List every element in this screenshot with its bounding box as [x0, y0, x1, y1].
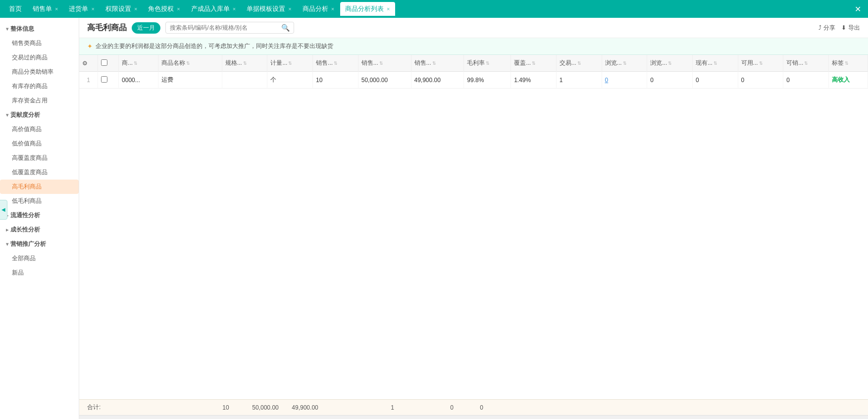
data-table-container[interactable]: ⚙商...⇅商品名称⇅规格...⇅计量...⇅销售...⇅销售...⇅销售...… — [79, 55, 868, 399]
product-table: ⚙商...⇅商品名称⇅规格...⇅计量...⇅销售...⇅销售...⇅销售...… — [79, 55, 868, 89]
arrow-icon: ▸ — [6, 227, 8, 233]
nav-tab-单据模板设置[interactable]: 单据模板设置× — [242, 2, 296, 16]
col-header-gross_margin[interactable]: 毛利率⇅ — [464, 55, 511, 72]
product-tag: 高收入 — [828, 72, 868, 89]
nav-tab-销售单[interactable]: 销售单× — [28, 2, 63, 16]
info-banner-text: 企业的主要的利润都是这部分商品创造的，可考虑加大推广，同时关注库存是不要出现缺货 — [96, 42, 333, 50]
col-header-available_stock[interactable]: 可用...⇅ — [738, 55, 783, 72]
sidebar-item-商品分类助销率[interactable]: 商品分类助销率 — [0, 65, 79, 79]
search-input[interactable] — [170, 24, 279, 31]
filter-recent-month[interactable]: 近一月 — [132, 22, 160, 34]
sidebar-group-整体信息[interactable]: ▾整体信息 — [0, 22, 79, 36]
col-header-browse2[interactable]: 浏览...⇅ — [647, 55, 693, 72]
sales-amount: 50,000.00 — [358, 72, 411, 89]
col-header-sales_qty[interactable]: 销售...⇅ — [313, 55, 358, 72]
close-tab-icon[interactable]: × — [288, 6, 291, 12]
sidebar-item-高毛利商品[interactable]: 高毛利商品 — [0, 180, 79, 194]
bottom-scrollbar[interactable] — [79, 415, 868, 419]
col-header-sales_amount[interactable]: 销售...⇅ — [358, 55, 411, 72]
footer-sales-profit: 49,900.00 — [289, 404, 328, 411]
col-header-sellable_stock[interactable]: 可销...⇅ — [783, 55, 829, 72]
content-area: 高毛利商品 近一月 🔍 ⤴ 分享 ⬇ 导出 ✦ 企业的主要的利润都是这部分商品创… — [79, 18, 868, 419]
share-icon: ⤴ — [818, 24, 821, 31]
trade: 1 — [556, 72, 602, 89]
nav-tab-权限设置[interactable]: 权限设置× — [101, 2, 142, 16]
sidebar-group-流通性分析[interactable]: ▸流通性分析 — [0, 208, 79, 223]
sidebar-item-高覆盖度商品[interactable]: 高覆盖度商品 — [0, 151, 79, 165]
sidebar-item-新品[interactable]: 新品 — [0, 266, 79, 280]
sales-profit: 49,900.00 — [411, 72, 464, 89]
nav-tab-角色授权[interactable]: 角色授权× — [143, 2, 185, 16]
close-window-button[interactable]: ✕ — [852, 4, 864, 14]
close-tab-icon[interactable]: × — [233, 6, 236, 12]
page-title: 高毛利商品 — [87, 23, 127, 33]
sidebar-item-低价值商品[interactable]: 低价值商品 — [0, 137, 79, 151]
sidebar-item-有库存的商品[interactable]: 有库存的商品 — [0, 79, 79, 93]
available-stock: 0 — [738, 72, 783, 89]
col-header-settings[interactable]: ⚙ — [79, 55, 98, 72]
browse1-link[interactable]: 0 — [605, 77, 609, 84]
info-icon: ✦ — [87, 43, 93, 50]
table-row: 10000...运费个1050,000.0049,900.0099.8%1.49… — [79, 72, 868, 89]
col-header-trade[interactable]: 交易...⇅ — [556, 55, 602, 72]
sales-qty: 10 — [313, 72, 358, 89]
search-icon[interactable]: 🔍 — [281, 24, 290, 32]
sidebar-item-交易过的商品[interactable]: 交易过的商品 — [0, 50, 79, 65]
footer-sales-amount: 50,000.00 — [249, 404, 289, 411]
nav-tab-首页[interactable]: 首页 — [4, 2, 27, 16]
col-header-browse1[interactable]: 浏览...⇅ — [602, 55, 647, 72]
nav-tab-商品分析列表[interactable]: 商品分析列表× — [340, 2, 395, 16]
search-bar: 🔍 — [165, 22, 294, 34]
content-header: 高毛利商品 近一月 🔍 ⤴ 分享 ⬇ 导出 — [79, 18, 868, 38]
footer-sales-qty: 10 — [219, 404, 249, 411]
nav-tab-进货单[interactable]: 进货单× — [64, 2, 99, 16]
sidebar-group-营销推广分析[interactable]: ▾营销推广分析 — [0, 237, 79, 251]
close-tab-icon[interactable]: × — [91, 6, 94, 12]
close-tab-icon[interactable]: × — [331, 6, 334, 12]
col-header-coverage[interactable]: 覆盖...⇅ — [511, 55, 557, 72]
row-select-checkbox[interactable] — [101, 76, 107, 83]
nav-tab-产成品入库单[interactable]: 产成品入库单× — [186, 2, 241, 16]
close-tab-icon[interactable]: × — [387, 6, 390, 12]
col-header-name[interactable]: 商品名称⇅ — [158, 55, 222, 72]
sidebar-group-成长性分析[interactable]: ▸成长性分析 — [0, 223, 79, 237]
product-unit: 个 — [267, 72, 313, 89]
col-header-sales_profit[interactable]: 销售...⇅ — [411, 55, 464, 72]
close-tab-icon[interactable]: × — [55, 6, 58, 12]
close-tab-icon[interactable]: × — [177, 6, 180, 12]
share-button[interactable]: ⤴ 分享 — [818, 24, 835, 32]
export-icon: ⬇ — [841, 24, 846, 31]
col-header-checkbox[interactable] — [98, 55, 119, 72]
footer-label: 合计: — [87, 403, 101, 412]
row-number: 1 — [79, 72, 98, 89]
row-checkbox — [98, 72, 119, 89]
header-actions: ⤴ 分享 ⬇ 导出 — [818, 24, 860, 32]
arrow-icon: ▾ — [6, 26, 8, 32]
sidebar-item-库存资金占用[interactable]: 库存资金占用 — [0, 93, 79, 108]
product-code: 0000... — [119, 72, 158, 89]
top-navigation: 首页销售单×进货单×权限设置×角色授权×产成品入库单×单据模板设置×商品分析×商… — [0, 0, 868, 18]
sidebar-collapse-button[interactable]: ◀ — [0, 200, 7, 220]
sidebar-item-销售类商品[interactable]: 销售类商品 — [0, 36, 79, 50]
nav-tab-商品分析[interactable]: 商品分析× — [298, 2, 339, 16]
browse1: 0 — [602, 72, 647, 89]
sidebar-group-贡献度分析[interactable]: ▾贡献度分析 — [0, 108, 79, 122]
sidebar-item-高价值商品[interactable]: 高价值商品 — [0, 122, 79, 137]
col-header-current_stock[interactable]: 现有...⇅ — [692, 55, 738, 72]
col-header-unit[interactable]: 计量...⇅ — [267, 55, 313, 72]
table-footer: 合计: 10 50,000.00 49,900.00 1 0 0 — [79, 399, 868, 415]
col-header-code[interactable]: 商...⇅ — [119, 55, 158, 72]
select-all-checkbox[interactable] — [101, 59, 107, 66]
arrow-icon: ▾ — [6, 112, 8, 118]
close-tab-icon[interactable]: × — [134, 6, 137, 12]
sidebar-item-低毛利商品[interactable]: 低毛利商品 — [0, 194, 79, 208]
sidebar-item-低覆盖度商品[interactable]: 低覆盖度商品 — [0, 165, 79, 180]
col-header-tag[interactable]: 标签⇅ — [828, 55, 868, 72]
sellable-stock: 0 — [783, 72, 829, 89]
export-button[interactable]: ⬇ 导出 — [841, 24, 860, 32]
col-header-spec[interactable]: 规格...⇅ — [222, 55, 267, 72]
footer-browse2: 0 — [447, 404, 477, 411]
browse2: 0 — [647, 72, 693, 89]
coverage: 1.49% — [511, 72, 557, 89]
sidebar-item-全部商品[interactable]: 全部商品 — [0, 251, 79, 266]
